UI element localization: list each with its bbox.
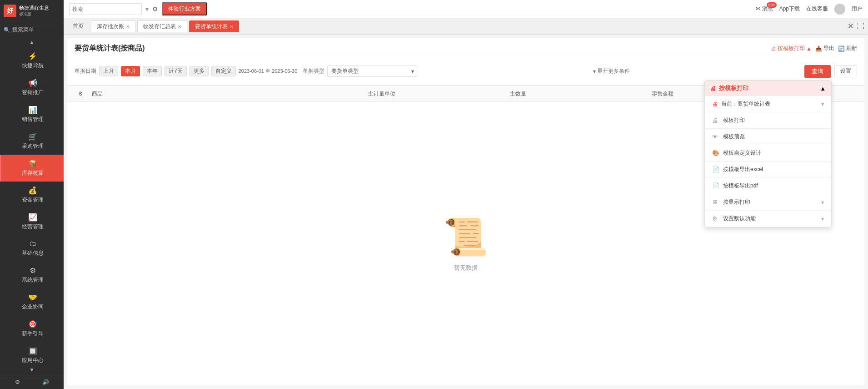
type-filter-label: 单据类型 [303,67,324,75]
dropdown-item-export-pdf[interactable]: 📄 按模板导出pdf [705,178,831,194]
dropdown-item-set-default[interactable]: ⚙ 设置默认功能 ▾ [705,211,831,227]
dropdown-item-export-excel[interactable]: 📄 按模板导出excel [705,162,831,178]
dropdown-item-display-print[interactable]: 🖥 按显示打印 ▾ [705,194,831,211]
tab-order-stats[interactable]: 要货单统计表 ✕ [189,20,239,32]
tab-inventory-batch-close[interactable]: ✕ [126,24,130,29]
search-menu-label: 搜索菜单 [12,26,34,34]
display-print-icon: 🖥 [712,199,719,206]
tab-collect-summary[interactable]: 收发存汇总表 ✕ [137,20,187,32]
print-btn[interactable]: 🖨 按模板打印 ▲ [771,45,812,52]
export-btn[interactable]: 📤 导出 [815,45,834,52]
sidebar-item-basic[interactable]: 🗂 基础信息 [0,235,64,262]
col-product: 商品 [88,90,364,98]
sidebar-item-sales[interactable]: 📊 销售管理 [0,101,64,128]
date-filter-section: 单据日期 上月 本月 本年 近7天 更多 自定义 2023-06-01 至 20… [75,66,297,76]
dropdown-collapse-icon[interactable]: ▲ [820,85,826,92]
settings-btn[interactable]: ⚙ [15,379,20,385]
print-btn-label: 按模板打印 [778,45,805,52]
expand-more-btn[interactable]: ▾ 展开更多条件 [588,66,635,77]
dropdown-item-template-design[interactable]: 🎨 模板自定义设计 [705,145,831,162]
print-menu-icon: 🖨 [710,85,716,92]
settings-gear-icon[interactable]: ⚙ [152,5,158,13]
tab-inventory-batch-label: 库存批次账 [97,23,124,30]
date-btn-prev-month[interactable]: 上月 [99,66,118,76]
sales-icon: 📊 [28,106,37,114]
sidebar-item-quick-nav[interactable]: ⚡ 快捷导航 [0,47,64,74]
template-design-label: 模板自定义设计 [723,149,761,157]
tab-actions: ✕ ⛶ [848,22,864,30]
refresh-icon: 🔄 [838,45,845,52]
dropdown-header-title: 按模板打印 [719,84,748,92]
scroll-up-btn[interactable]: ▲ [0,37,64,47]
dropdown-arrow-icon[interactable]: ▾ [145,5,149,13]
collab-icon: 🤝 [28,293,37,302]
expand-window-btn[interactable]: ⛶ [857,22,864,30]
query-btn[interactable]: 查询 [804,65,831,78]
template-preview-icon: 👁 [712,133,719,140]
date-filter-label: 单据日期 [75,67,96,75]
online-service-btn[interactable]: 在线客服 [806,5,828,13]
dropdown-item-template-print[interactable]: 🖨 模板打印 [705,112,831,129]
refresh-btn[interactable]: 🔄 刷新 [838,45,857,52]
messages-btn[interactable]: ✉ 99+ 消息 [756,5,773,13]
trial-btn[interactable]: 体验行业方案 [162,2,207,15]
type-filter-select[interactable]: 要货单类型 ▾ [327,66,418,77]
dropdown-header-left: 🖨 按模板打印 [710,84,748,92]
sidebar-item-collab[interactable]: 🤝 企业协同 [0,288,64,315]
tab-inventory-batch[interactable]: 库存批次账 ✕ [91,20,135,32]
date-btn-more[interactable]: 更多 [190,66,209,76]
set-default-expand-icon: ▾ [821,216,824,222]
search-icon: 🔍 [4,27,10,33]
app-download-btn[interactable]: App下载 [779,5,800,13]
sidebar-item-guide[interactable]: 🎯 新手引导 [0,315,64,342]
current-label-text: 当前：要货单统计表 [721,100,770,108]
sidebar-item-operation[interactable]: 📈 经营管理 [0,208,64,235]
date-btn-custom[interactable]: 自定义 [211,66,236,76]
current-expand-icon[interactable]: ▾ [821,101,824,107]
app-name: 畅捷通好生意 [19,5,49,11]
col-settings[interactable]: ⚙ [75,91,88,97]
quick-nav-icon: ⚡ [28,52,37,61]
scroll-down-btn[interactable]: ▼ [0,365,64,375]
sound-btn[interactable]: 🔊 [42,379,49,385]
dropdown-item-template-preview[interactable]: 👁 模板预览 [705,129,831,145]
tab-home[interactable]: 首页 [67,20,89,32]
close-window-btn[interactable]: ✕ [848,22,853,30]
sidebar-item-system[interactable]: ⚙ 系统管理 [0,262,64,288]
expand-btn-label: 展开更多条件 [597,67,630,75]
date-btn-7days[interactable]: 近7天 [165,66,187,76]
search-input[interactable] [69,3,142,15]
sidebar-item-label: 销售管理 [22,116,44,123]
tab-collect-summary-label: 收发存汇总表 [143,23,176,30]
date-btn-current-month[interactable]: 本月 [121,66,140,76]
tab-collect-summary-close[interactable]: ✕ [178,24,181,29]
print-dropdown-icon[interactable]: ▲ [806,45,812,52]
sidebar-item-label: 企业协同 [22,303,44,311]
sidebar-item-label: 系统管理 [22,276,44,284]
sidebar-item-purchase[interactable]: 🛒 采购管理 [0,128,64,155]
sidebar-item-finance[interactable]: 💰 资金管理 [0,182,64,208]
template-design-icon: 🎨 [712,150,719,157]
col-qty: 主数量 [506,90,648,98]
set-default-icon: ⚙ [712,215,719,222]
avatar[interactable] [834,4,845,15]
sidebar-item-apps[interactable]: 🔲 应用中心 [0,342,64,365]
search-menu[interactable]: 🔍 搜索菜单 [0,22,64,37]
sidebar-item-marketing[interactable]: 📢 营销推广 [0,74,64,101]
finance-icon: 💰 [28,186,37,195]
tab-order-stats-close[interactable]: ✕ [229,24,233,29]
date-range-display: 2023-06-01 至 2023-06-30 [239,68,298,75]
export-btn-label: 导出 [823,45,834,52]
dropdown-header[interactable]: 🖨 按模板打印 ▲ [705,81,831,96]
system-icon: ⚙ [30,266,36,275]
page-header: 要货单统计表(按商品) 🖨 按模板打印 ▲ 📤 导出 🔄 刷新 [67,38,864,57]
empty-text: 暂无数据 [454,264,478,272]
sidebar-item-inventory[interactable]: 📦 库存核算 [0,155,64,182]
sidebar-item-label: 新手引导 [22,330,44,338]
marketing-icon: 📢 [28,79,37,87]
date-btn-current-year[interactable]: 本年 [143,66,162,76]
export-pdf-label: 按模板导出pdf [723,182,758,190]
sidebar: 好 畅捷通好生意 标准版 🔍 搜索菜单 ▲ ⚡ 快捷导航 📢 营销推广 📊 销售… [0,0,64,389]
sidebar-item-label: 快捷导航 [22,62,44,70]
setting-btn[interactable]: 设置 [834,65,857,77]
